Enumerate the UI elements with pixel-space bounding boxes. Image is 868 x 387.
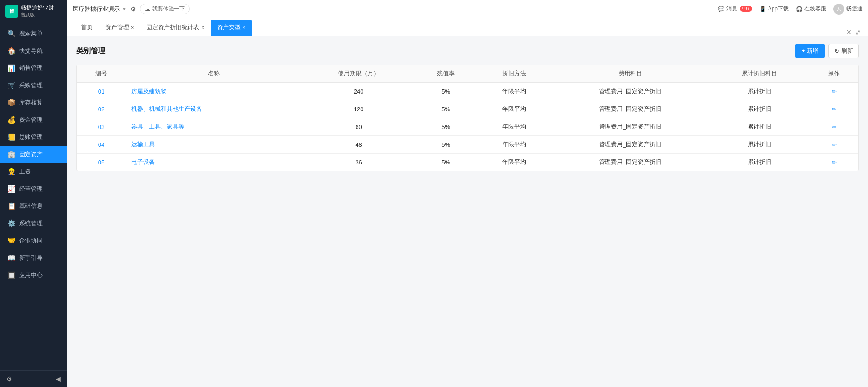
table-row: 05 电子设备 36 5% 年限平均 管理费用_固定资产折旧 累计折旧 ✏: [77, 154, 858, 171]
tab-asset_mgmt[interactable]: 资产管理×: [99, 20, 140, 36]
cell-residual: 5%: [415, 100, 477, 118]
sidebar-footer: ⚙ ◀: [0, 370, 67, 387]
topbar-right: 💬 消息 99+ 📱 App下载 🎧 在线客服 人 畅捷通: [718, 4, 863, 15]
logo-subtitle: 普及版: [21, 12, 54, 18]
edit-icon[interactable]: ✏: [832, 88, 837, 95]
tab-close-icon[interactable]: ×: [201, 25, 204, 30]
sidebar-item-quicknav[interactable]: 🏠 快捷导航: [0, 42, 67, 60]
sidebar-item-sales[interactable]: 📊 销售管理: [0, 60, 67, 77]
cell-residual: 5%: [415, 154, 477, 171]
close-tab-icon[interactable]: ✕: [846, 29, 852, 36]
sidebar-item-label: 搜索菜单: [19, 30, 43, 38]
new-button[interactable]: + 新增: [795, 44, 825, 58]
cell-actions: ✏: [809, 136, 858, 154]
logo-icon: 畅: [5, 5, 18, 18]
col-header: 编号: [77, 65, 126, 83]
cell-method: 年限平均: [477, 154, 551, 171]
cell-months: 60: [302, 118, 415, 136]
cell-actions: ✏: [809, 154, 858, 171]
search-icon: 🔍: [7, 30, 15, 38]
data-table-wrap: 编号名称使用期限（月）残值率折旧方法费用科目累计折旧科目操作 01 房屋及建筑物…: [76, 64, 859, 171]
sidebar-item-operation[interactable]: 📈 经营管理: [0, 180, 67, 198]
tab-close-icon[interactable]: ×: [131, 25, 134, 30]
basicinfo-icon: 📋: [7, 202, 15, 210]
cell-id: 05: [77, 154, 126, 171]
salary-icon: 👷: [7, 168, 15, 176]
tab-home[interactable]: 首页: [74, 20, 99, 36]
cell-method: 年限平均: [477, 136, 551, 154]
gear-icon[interactable]: ⚙: [130, 5, 136, 13]
sidebar-item-apps[interactable]: 🔲 应用中心: [0, 267, 67, 284]
refresh-button[interactable]: ↻ 刷新: [828, 44, 859, 58]
trial-button[interactable]: ☁ 我要体验一下: [140, 4, 190, 14]
tab-close-icon[interactable]: ×: [243, 25, 245, 30]
user-menu[interactable]: 人 畅捷通: [833, 4, 863, 15]
sidebar-item-search[interactable]: 🔍 搜索菜单: [0, 25, 67, 42]
chevron-down-icon: ▼: [122, 6, 127, 12]
table-row: 03 器具、工具、家具等 60 5% 年限平均 管理费用_固定资产折旧 累计折旧…: [77, 118, 858, 136]
sidebar-logo: 畅 畅捷通好业财 普及版: [0, 0, 67, 23]
app-download-action[interactable]: 📱 App下载: [759, 5, 789, 13]
tab-asset_type[interactable]: 资产类型×: [211, 20, 252, 36]
edit-icon[interactable]: ✏: [832, 124, 837, 130]
messages-action[interactable]: 💬 消息 99+: [718, 5, 752, 13]
edit-icon[interactable]: ✏: [832, 141, 837, 148]
sidebar-item-label: 总账管理: [19, 133, 43, 141]
collapse-icon[interactable]: ◀: [56, 375, 61, 382]
cloud-icon: ☁: [145, 6, 150, 12]
col-header: 使用期限（月）: [302, 65, 415, 83]
tab-label: 首页: [81, 23, 93, 31]
message-icon: 💬: [718, 6, 724, 12]
sidebar-item-label: 系统管理: [19, 219, 43, 228]
sidebar-item-cooperation[interactable]: 🤝 企业协同: [0, 232, 67, 249]
refresh-icon: ↻: [834, 48, 839, 55]
sidebar-item-system[interactable]: ⚙️ 系统管理: [0, 215, 67, 232]
cell-expense: 管理费用_固定资产折旧: [551, 136, 709, 154]
table-row: 01 房屋及建筑物 240 5% 年限平均 管理费用_固定资产折旧 累计折旧 ✏: [77, 83, 858, 100]
system-icon: ⚙️: [7, 219, 15, 228]
sidebar-menu: 🔍 搜索菜单 🏠 快捷导航 📊 销售管理 🛒 采购管理 📦 库存核算 💰 资金管…: [0, 23, 67, 370]
cell-id: 03: [77, 118, 126, 136]
company-selector[interactable]: 医疗器械行业演示 ▼: [73, 5, 127, 13]
sidebar-item-label: 企业协同: [19, 237, 43, 245]
sidebar-item-basicinfo[interactable]: 📋 基础信息: [0, 198, 67, 215]
operation-icon: 📈: [7, 185, 15, 193]
sidebar-item-label: 工资: [19, 168, 31, 176]
sidebar: 畅 畅捷通好业财 普及版 🔍 搜索菜单 🏠 快捷导航 📊 销售管理 🛒 采购管理…: [0, 0, 67, 387]
customer-service-action[interactable]: 🎧 在线客服: [796, 5, 826, 13]
sidebar-item-label: 新手引导: [19, 254, 43, 262]
edit-icon[interactable]: ✏: [832, 106, 837, 113]
table-row: 02 机器、机械和其他生产设备 120 5% 年限平均 管理费用_固定资产折旧 …: [77, 100, 858, 118]
username: 畅捷通: [846, 5, 863, 13]
topbar: 医疗器械行业演示 ▼ ⚙ ☁ 我要体验一下 💬 消息 99+ 📱 App下载 🎧…: [67, 0, 868, 18]
sidebar-item-guide[interactable]: 📖 新手引导: [0, 249, 67, 267]
expand-icon[interactable]: ⤢: [855, 29, 861, 36]
cell-actions: ✏: [809, 100, 858, 118]
col-header: 操作: [809, 65, 858, 83]
cell-depreciation: 累计折旧: [709, 118, 809, 136]
tab-label: 固定资产折旧统计表: [146, 23, 199, 31]
sidebar-item-label: 基础信息: [19, 202, 43, 210]
avatar: 人: [833, 4, 844, 15]
tab-depreciation[interactable]: 固定资产折旧统计表×: [140, 20, 210, 36]
sidebar-item-purchase[interactable]: 🛒 采购管理: [0, 77, 67, 94]
tab-bar: 首页资产管理×固定资产折旧统计表×资产类型× ✕ ⤢: [67, 18, 868, 36]
cell-depreciation: 累计折旧: [709, 100, 809, 118]
sidebar-item-capital[interactable]: 💰 资金管理: [0, 111, 67, 129]
col-header: 累计折旧科目: [709, 65, 809, 83]
sidebar-item-inventory[interactable]: 📦 库存核算: [0, 94, 67, 111]
cell-residual: 5%: [415, 83, 477, 100]
sidebar-item-fixedassets[interactable]: 🏢 固定资产: [0, 146, 67, 163]
settings-icon[interactable]: ⚙: [6, 375, 12, 382]
table-row: 04 运输工具 48 5% 年限平均 管理费用_固定资产折旧 累计折旧 ✏: [77, 136, 858, 154]
inventory-icon: 📦: [7, 99, 15, 107]
tab-label: 资产管理: [105, 23, 129, 31]
logo-text-block: 畅捷通好业财 普及版: [21, 5, 54, 18]
cell-depreciation: 累计折旧: [709, 83, 809, 100]
cell-name: 器具、工具、家具等: [126, 118, 303, 136]
edit-icon[interactable]: ✏: [832, 159, 837, 166]
sidebar-item-ledger[interactable]: 📒 总账管理: [0, 129, 67, 146]
col-header: 折旧方法: [477, 65, 551, 83]
sidebar-item-salary[interactable]: 👷 工资: [0, 163, 67, 180]
ledger-icon: 📒: [7, 133, 15, 141]
